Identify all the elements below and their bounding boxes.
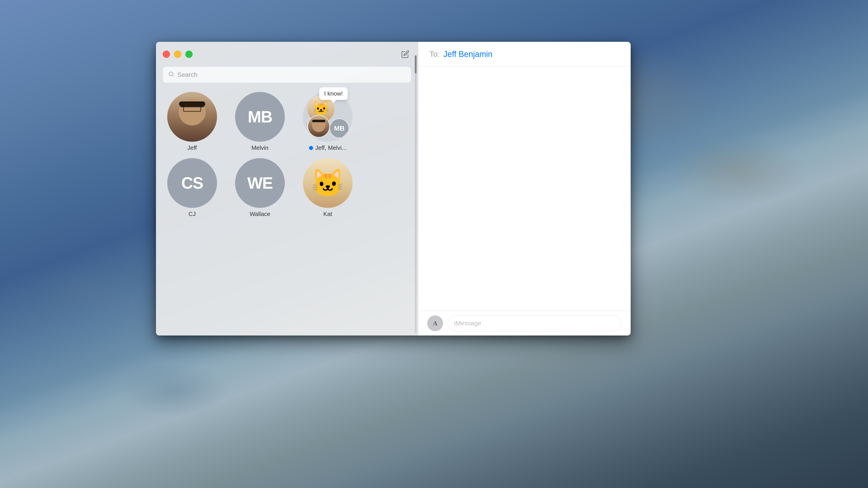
message-placeholder: iMessage bbox=[454, 320, 481, 327]
search-placeholder: Search bbox=[178, 71, 197, 78]
titlebar bbox=[156, 42, 418, 67]
recipient-name: Jeff Benjamin bbox=[443, 50, 492, 59]
contact-cj-name: CJ bbox=[188, 210, 196, 218]
avatar-cj: CS bbox=[167, 158, 217, 208]
contacts-grid: Jeff MB Melvin I know! bbox=[156, 88, 418, 335]
contact-kat[interactable]: 🐱 Kat bbox=[298, 158, 357, 218]
svg-point-0 bbox=[169, 72, 173, 76]
conversation-area bbox=[418, 67, 631, 311]
search-bar[interactable]: Search bbox=[163, 67, 411, 83]
messages-list-panel: Search Jeff bbox=[156, 42, 418, 335]
contact-jeff-name: Jeff bbox=[187, 144, 197, 151]
avatar-melvin: MB bbox=[235, 92, 285, 142]
traffic-lights bbox=[163, 51, 193, 58]
avatar-kat: 🐱 bbox=[303, 158, 352, 208]
message-input[interactable]: iMessage bbox=[447, 315, 622, 331]
contact-jeff[interactable]: Jeff bbox=[163, 92, 221, 151]
input-area: A iMessage bbox=[418, 311, 631, 335]
tooltip-iknow: I know! bbox=[319, 88, 348, 100]
to-label: To: bbox=[430, 50, 440, 59]
scrollbar-thumb[interactable] bbox=[415, 55, 416, 73]
contact-group-name: Jeff, Melvi... bbox=[315, 144, 346, 151]
contact-melvin[interactable]: MB Melvin bbox=[230, 92, 289, 151]
app-store-icon: A bbox=[433, 320, 438, 327]
svg-line-1 bbox=[173, 75, 174, 76]
avatar-wallace-initials: WE bbox=[235, 158, 285, 208]
messages-window: Search Jeff bbox=[156, 42, 631, 335]
contact-kat-name: Kat bbox=[323, 210, 332, 218]
scrollbar-track bbox=[415, 55, 416, 333]
compose-button[interactable] bbox=[399, 48, 411, 60]
maximize-button[interactable] bbox=[185, 51, 193, 58]
group-mini-avatar-2 bbox=[307, 115, 330, 138]
contact-wallace[interactable]: WE Wallace bbox=[230, 158, 289, 218]
unread-dot bbox=[309, 146, 313, 150]
contact-melvin-name: Melvin bbox=[251, 144, 268, 151]
close-button[interactable] bbox=[163, 51, 170, 58]
group-indicator: Jeff, Melvi... bbox=[309, 144, 346, 151]
contacts-row-1: Jeff MB Melvin I know! bbox=[163, 92, 411, 151]
contact-wallace-name: Wallace bbox=[250, 210, 270, 218]
conversation-header: To: Jeff Benjamin bbox=[418, 42, 631, 67]
contact-cj[interactable]: CS CJ bbox=[163, 158, 221, 218]
contact-group-jeff-melvin[interactable]: I know! 🐱 bbox=[298, 92, 357, 151]
avatar-jeff bbox=[167, 92, 217, 142]
contacts-row-2: CS CJ WE Wallace 🐱 bbox=[163, 158, 411, 218]
avatar-cj-initials: CS bbox=[167, 158, 217, 208]
group-mb-badge: MB bbox=[329, 119, 349, 138]
minimize-button[interactable] bbox=[174, 51, 181, 58]
avatar-melvin-initials: MB bbox=[235, 92, 285, 142]
app-store-button[interactable]: A bbox=[427, 315, 443, 331]
search-icon bbox=[168, 71, 174, 78]
conversation-panel: To: Jeff Benjamin A iMessage bbox=[418, 42, 631, 335]
avatar-wallace: WE bbox=[235, 158, 285, 208]
